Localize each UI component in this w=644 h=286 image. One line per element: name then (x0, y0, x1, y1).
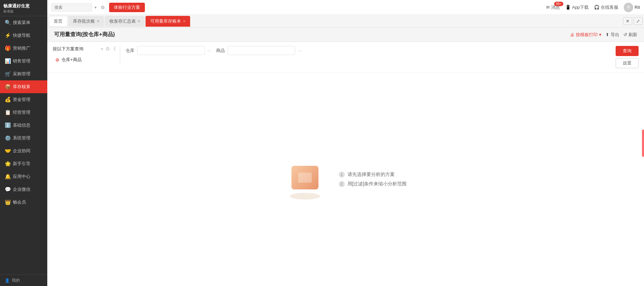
filter-row-1: 仓库 ··· 商品 ··· (126, 46, 612, 55)
sidebar-item-label-finance: 资金管理 (13, 97, 30, 103)
query-button[interactable]: 查询 (616, 46, 639, 56)
quicknav-icon: ⚡ (5, 32, 11, 38)
topbar-right: ✉ 消息 99+ 📱 App下载 🎧 在线客服 R Rit (546, 3, 640, 12)
collapse-icon[interactable]: 《 (111, 46, 116, 52)
filter-fields: 仓库 ··· 商品 ··· (120, 46, 612, 55)
export-label: 导出 (611, 32, 619, 38)
scheme-item-warehouse-goods[interactable]: ⊕ 仓库+商品 (53, 55, 116, 65)
customer-service-button[interactable]: 🎧 在线客服 (594, 4, 618, 10)
username: Rit (635, 5, 640, 10)
sidebar-item-purchase[interactable]: 🛒 采购管理 (0, 68, 47, 80)
empty-illustration (285, 159, 325, 200)
page-title: 可用量查询(按仓库+商品) (54, 31, 115, 38)
sidebar-item-label-appstore: 应用中心 (13, 174, 30, 180)
sidebar-item-marketing[interactable]: 🎁 营销推广 (0, 42, 47, 55)
sales-icon: 📊 (5, 58, 11, 64)
goods-field: 商品 ··· (216, 46, 301, 55)
tab-home[interactable]: 首页 (49, 16, 68, 27)
empty-shadow (290, 193, 320, 200)
gear-icon[interactable]: ⚙ (99, 3, 106, 11)
tip-number-1: 1 (339, 172, 345, 178)
message-button[interactable]: ✉ 消息 99+ (546, 4, 560, 10)
sidebar-item-label-vip: 畅会员 (13, 199, 26, 205)
search-input[interactable] (51, 3, 92, 11)
sidebar-item-operations[interactable]: 📋 经营管理 (0, 106, 47, 119)
settings-button[interactable]: 设置 (616, 58, 639, 68)
tab-close-batch[interactable]: × (97, 19, 99, 23)
goods-input[interactable] (228, 46, 295, 55)
empty-tip-1: 1 请先选择要分析的方案 (339, 172, 407, 178)
goods-label: 商品 (216, 48, 225, 54)
sidebar-nav: 🔍 搜索菜单 ⚡ 快捷导航 🎁 营销推广 📊 销售管理 🛒 采购管理 📦 库存核… (0, 16, 47, 275)
sidebar-item-newguide[interactable]: 🌟 新手引导 (0, 157, 47, 170)
empty-tip-2: 2 用[过滤]条件来缩小分析范围 (339, 181, 407, 187)
finance-icon: 💰 (5, 97, 11, 103)
refresh-button[interactable]: ↺ 刷新 (623, 32, 637, 38)
experience-button[interactable]: 体验行业方案 (109, 3, 145, 12)
goods-more-icon[interactable]: ··· (298, 48, 301, 53)
refresh-icon: ↺ (623, 32, 627, 37)
enterprise-icon: 🤝 (5, 148, 11, 154)
filter-area: 按以下方案查询 ＋ ⊙ 《 ⊕ 仓库+商品 仓库 (47, 42, 644, 73)
sidebar-item-label-operations: 经营管理 (13, 109, 30, 115)
user-profile[interactable]: R Rit (624, 3, 640, 12)
sidebar-item-label-enterprise: 企业协同 (13, 148, 30, 154)
main-area: ▾ ⚙ 体验行业方案 ✉ 消息 99+ 📱 App下载 🎧 在线客服 R Rit (47, 0, 644, 286)
sidebar-item-sales[interactable]: 📊 销售管理 (0, 55, 47, 68)
filter-scheme-header: 按以下方案查询 ＋ ⊙ 《 (53, 46, 116, 52)
warehouse-label: 仓库 (126, 48, 134, 54)
sidebar-item-label-purchase: 采购管理 (13, 71, 30, 77)
search-icon: 🔍 (5, 20, 11, 26)
add-scheme-icon[interactable]: ＋ (100, 46, 104, 52)
sidebar-item-label-sales: 销售管理 (13, 58, 30, 64)
sidebar-item-appstore[interactable]: 🔔 应用中心 (0, 170, 47, 183)
tab-label-available: 可用量库存账本 (150, 18, 181, 24)
app-download-button[interactable]: 📱 App下载 (565, 4, 589, 10)
filter-scheme-actions: ＋ ⊙ 《 (100, 46, 116, 52)
filter-scheme-title: 按以下方案查询 (53, 46, 83, 52)
tab-close-summary[interactable]: × (138, 19, 140, 23)
wechat-icon: 💬 (5, 186, 11, 192)
vip-icon: 👑 (5, 199, 11, 205)
empty-box-face (298, 173, 312, 183)
sidebar-item-label-system: 系统管理 (13, 135, 30, 141)
phone-icon: 📱 (565, 5, 571, 10)
scheme-item-icon: ⊕ (55, 57, 59, 62)
export-button[interactable]: ⬆ 导出 (606, 32, 619, 38)
sidebar-item-vip[interactable]: 👑 畅会员 (0, 196, 47, 209)
sidebar-item-finance[interactable]: 💰 资金管理 (0, 93, 47, 106)
operations-icon: 📋 (5, 109, 11, 115)
brand-tag: 标准版 (3, 9, 44, 14)
sidebar-item-system[interactable]: ⚙️ 系统管理 (0, 132, 47, 145)
empty-box (291, 166, 318, 189)
sidebar-item-enterprise[interactable]: 🤝 企业协同 (0, 145, 47, 157)
print-button[interactable]: 🖨 按模板打印 ▾ (570, 32, 601, 38)
tab-available[interactable]: 可用量库存账本× (146, 16, 190, 27)
tabbar-actions: ✕ ⤢ (623, 17, 643, 25)
settings-scheme-icon[interactable]: ⊙ (106, 46, 110, 52)
chevron-down-icon[interactable]: ▾ (95, 5, 97, 10)
app-label: App下载 (572, 4, 589, 10)
avatar: R (624, 3, 633, 12)
warehouse-input[interactable] (137, 46, 205, 55)
tab-batch[interactable]: 库存批次账× (68, 16, 104, 27)
sidebar-item-search[interactable]: 🔍 搜索菜单 (0, 16, 47, 29)
sidebar-bottom[interactable]: 👤 我的 (0, 275, 47, 286)
appstore-icon: 🔔 (5, 174, 11, 180)
tab-summary[interactable]: 收发存汇总表× (105, 16, 145, 27)
sidebar-item-wechat[interactable]: 💬 企业微信 (0, 183, 47, 196)
print-icon: 🖨 (570, 32, 574, 37)
sidebar-item-quicknav[interactable]: ⚡ 快捷导航 (0, 29, 47, 42)
sidebar-item-inventory[interactable]: 📦 库存核算 (0, 80, 47, 93)
page-header: 可用量查询(按仓库+商品) 🖨 按模板打印 ▾ ⬆ 导出 ↺ 刷新 (47, 28, 644, 42)
user-icon: 👤 (5, 278, 10, 283)
warehouse-more-icon[interactable]: ··· (207, 48, 211, 53)
tab-close-available[interactable]: × (183, 19, 185, 23)
close-tab-button[interactable]: ✕ (623, 17, 632, 25)
inventory-icon: 📦 (5, 84, 11, 90)
sidebar-item-basic[interactable]: ℹ️ 基础信息 (0, 119, 47, 132)
warehouse-field: 仓库 ··· (126, 46, 211, 55)
sidebar: 畅康通好生意 标准版 🔍 搜索菜单 ⚡ 快捷导航 🎁 营销推广 📊 销售管理 🛒… (0, 0, 47, 286)
query-actions: 查询 设置 (612, 46, 639, 68)
expand-button[interactable]: ⤢ (634, 17, 643, 25)
